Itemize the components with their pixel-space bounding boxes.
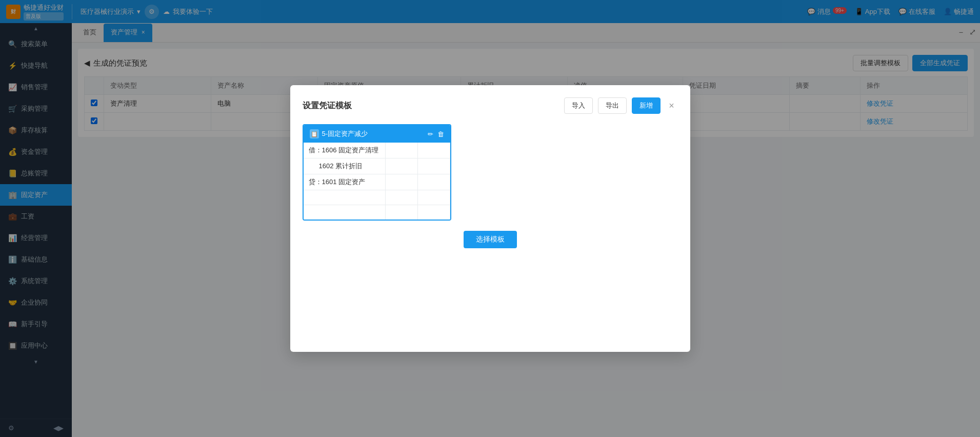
template-line-debit-1606: 借：1606 固定资产清理	[304, 143, 386, 158]
template-col2-3	[386, 174, 418, 190]
template-empty-cell-1	[304, 190, 386, 205]
template-col2-2	[386, 158, 418, 174]
voucher-template-modal: 设置凭证模板 导入 导出 新增 × 📋 5-固定资产减少 ✏ 🗑	[290, 85, 690, 352]
select-template-btn[interactable]: 选择模板	[464, 231, 517, 248]
template-card-body: 借：1606 固定资产清理 1602 累计折旧 贷：1601 固定资产	[304, 143, 450, 220]
template-select-area: 选择模板	[303, 231, 678, 248]
template-empty-col3-2	[418, 205, 450, 220]
modal-header: 设置凭证模板 导入 导出 新增 ×	[303, 97, 678, 114]
modal-title: 设置凭证模板	[303, 101, 352, 111]
template-card-header: 📋 5-固定资产减少 ✏ 🗑	[304, 125, 450, 143]
template-name: 5-固定资产减少	[322, 129, 368, 138]
template-line-credit-1601: 贷：1601 固定资产	[304, 174, 386, 190]
import-btn[interactable]: 导入	[564, 97, 593, 114]
template-type-icon: 📋	[310, 129, 319, 138]
template-line-1602: 1602 累计折旧	[304, 158, 386, 174]
template-card: 📋 5-固定资产减少 ✏ 🗑 借：1606 固定资产清理 1602 累计折旧	[303, 124, 451, 221]
template-card-actions: ✏ 🗑	[428, 130, 444, 138]
new-template-btn[interactable]: 新增	[632, 97, 661, 114]
template-empty-col2-2	[386, 205, 418, 220]
modal-toolbar: 导入 导出 新增	[564, 97, 661, 114]
template-edit-icon[interactable]: ✏	[428, 130, 433, 138]
template-col3-2	[418, 158, 450, 174]
modal-close-btn[interactable]: ×	[666, 100, 678, 112]
template-col2-1	[386, 143, 418, 158]
template-col3-1	[418, 143, 450, 158]
template-empty-col2-1	[386, 190, 418, 205]
template-header-left: 📋 5-固定资产减少	[310, 129, 368, 138]
template-empty-col3-1	[418, 190, 450, 205]
modal-overlay: 设置凭证模板 导入 导出 新增 × 📋 5-固定资产减少 ✏ 🗑	[0, 0, 980, 437]
template-delete-icon[interactable]: 🗑	[437, 130, 444, 138]
template-col3-3	[418, 174, 450, 190]
export-btn[interactable]: 导出	[598, 97, 627, 114]
template-empty-cell-2	[304, 205, 386, 220]
